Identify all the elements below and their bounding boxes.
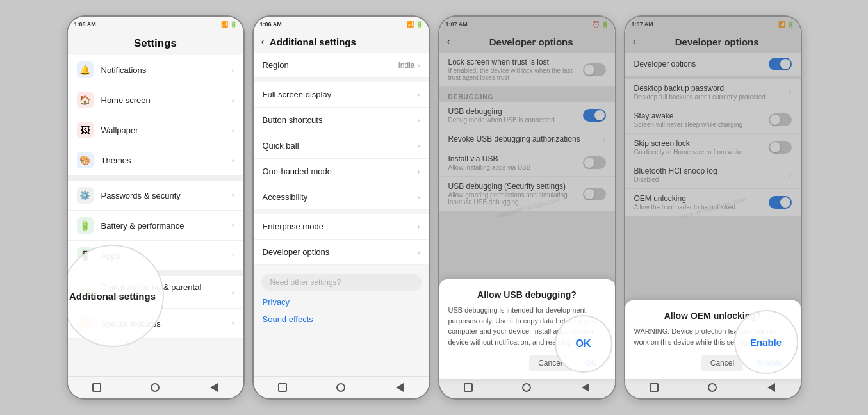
phone-screen-4: 1:07 AM 📶 🔋 ‹ Developer options Develope… <box>624 15 802 400</box>
privacy-link[interactable]: Privacy <box>254 293 429 311</box>
battery-icon: 🔋 <box>77 217 94 234</box>
search-other-settings[interactable]: Need other settings? <box>261 274 422 291</box>
settings-item-themes[interactable]: 🎨 Themes › <box>68 145 243 175</box>
battery-label: Battery & performance <box>101 221 232 231</box>
passwords-icon: ⚙️ <box>77 187 94 204</box>
digital-arrow: › <box>232 288 234 297</box>
nav-back-3[interactable] <box>578 380 593 395</box>
nav-back-2[interactable] <box>393 380 407 395</box>
phone-screen-2: 1:06 AM 📶 🔋 ‹ Additional settings Region… <box>252 15 430 400</box>
notifications-arrow: › <box>232 65 234 74</box>
region-item[interactable]: Region India › <box>254 53 429 78</box>
wallpaper-arrow: › <box>232 126 234 134</box>
fullscreen-label: Full screen display <box>263 90 418 99</box>
status-bar-1: 1:06 AM 📶 🔋 <box>68 17 243 31</box>
nav-circle-3[interactable] <box>520 380 534 395</box>
nav-bar-4 <box>625 376 801 398</box>
nav-back-1[interactable] <box>207 380 221 395</box>
enable-circle: Enable <box>734 310 798 374</box>
button-shortcuts-item[interactable]: Button shortcuts › <box>254 108 429 133</box>
settings-item-homescreen[interactable]: 🏠 Home screen › <box>68 85 243 115</box>
region-arrow: › <box>418 61 420 70</box>
themes-icon: 🎨 <box>77 152 94 168</box>
additional-settings-circle: Additional settings <box>67 245 164 347</box>
passwords-arrow: › <box>232 191 234 200</box>
nav-square-2[interactable] <box>275 380 290 395</box>
themes-label: Themes <box>101 156 232 165</box>
settings-item-notifications[interactable]: 🔔 Notifications › <box>68 55 243 85</box>
status-icons-2: 📶 🔋 <box>407 21 423 28</box>
developer-options-label-2: Developer options <box>263 247 418 257</box>
accessibility-item[interactable]: Accessibility › <box>254 184 429 210</box>
themes-arrow: › <box>232 156 234 165</box>
settings-item-battery[interactable]: 🔋 Battery & performance › <box>68 211 243 241</box>
battery-icon-2: 🔋 <box>416 21 423 28</box>
button-shortcuts-label: Button shortcuts <box>263 115 418 125</box>
fullscreen-arrow: › <box>418 90 420 99</box>
status-bar-2: 1:06 AM 📶 🔋 <box>254 17 429 31</box>
nav-back-4[interactable] <box>764 380 778 395</box>
additional-header: ‹ Additional settings <box>254 31 429 53</box>
signal-icon: 📶 <box>221 21 228 28</box>
status-icons-1: 📶 🔋 <box>221 21 237 28</box>
ok-circle: OK <box>555 315 612 373</box>
additional-settings-screen: ‹ Additional settings Region India › Ful… <box>254 31 429 376</box>
circle-label: Additional settings <box>69 291 156 302</box>
quick-ball-arrow: › <box>418 142 420 151</box>
enable-circle-label: Enable <box>750 337 782 348</box>
phone-screen-1: 1:06 AM 📶 🔋 Settings 🔔 Notifications › 🏠… <box>67 15 245 400</box>
nav-square-1[interactable] <box>90 380 104 395</box>
nav-circle-4[interactable] <box>705 380 719 395</box>
additional-title: Additional settings <box>270 37 356 47</box>
fullscreen-item[interactable]: Full screen display › <box>254 82 429 108</box>
wallpaper-label: Wallpaper <box>101 126 232 135</box>
special-arrow: › <box>232 319 234 328</box>
developer-options-arrow-2: › <box>418 248 420 257</box>
settings-item-wallpaper[interactable]: 🖼 Wallpaper › <box>68 115 243 145</box>
one-handed-item[interactable]: One-handed mode › <box>254 159 429 184</box>
quick-ball-label: Quick ball <box>263 141 418 151</box>
signal-icon-2: 📶 <box>407 21 414 28</box>
accessibility-label: Accessibility <box>263 192 418 202</box>
accessibility-arrow: › <box>418 193 420 202</box>
sound-effects-link[interactable]: Sound effects <box>254 311 429 328</box>
developer-options-item-2[interactable]: Developer options › <box>254 240 429 265</box>
region-value: India <box>398 61 414 70</box>
nav-circle-1[interactable] <box>148 380 162 395</box>
battery-arrow: › <box>232 221 234 230</box>
phone-screen-3: 1:07 AM ⏰ 🔋 ‹ Developer options Lock scr… <box>438 15 616 400</box>
button-shortcuts-arrow: › <box>418 116 420 125</box>
wifi-icon: 🔋 <box>230 21 237 28</box>
nav-bar-1 <box>68 376 243 398</box>
time-2: 1:06 AM <box>260 21 282 28</box>
settings-title: Settings <box>68 31 243 55</box>
nav-square-3[interactable] <box>461 380 475 395</box>
oem-cancel-button[interactable]: Cancel <box>701 355 743 371</box>
time-1: 1:06 AM <box>74 21 96 28</box>
wallpaper-icon: 🖼 <box>77 122 94 138</box>
nav-square-4[interactable] <box>647 380 661 395</box>
notifications-icon: 🔔 <box>77 61 94 78</box>
enterprise-label: Enterprise mode <box>263 222 418 231</box>
enterprise-item[interactable]: Enterprise mode › <box>254 214 429 240</box>
homescreen-icon: 🏠 <box>77 92 94 108</box>
notifications-label: Notifications <box>101 65 232 75</box>
settings-item-passwords[interactable]: ⚙️ Passwords & security › <box>68 181 243 211</box>
region-label: Region <box>263 60 398 70</box>
one-handed-label: One-handed mode <box>263 167 418 176</box>
homescreen-arrow: › <box>232 95 234 104</box>
divider-1 <box>68 175 243 181</box>
one-handed-arrow: › <box>418 167 420 176</box>
nav-circle-2[interactable] <box>334 380 348 395</box>
ok-circle-label: OK <box>576 338 591 350</box>
nav-bar-2 <box>254 376 429 398</box>
quick-ball-item[interactable]: Quick ball › <box>254 133 429 159</box>
passwords-label: Passwords & security <box>101 191 232 200</box>
enterprise-arrow: › <box>418 222 420 231</box>
back-button-2[interactable]: ‹ <box>261 36 265 47</box>
homescreen-label: Home screen <box>101 95 232 105</box>
nav-bar-3 <box>439 376 615 398</box>
usb-dialog-title: Allow USB debugging? <box>448 289 606 300</box>
apps-arrow: › <box>232 251 234 260</box>
